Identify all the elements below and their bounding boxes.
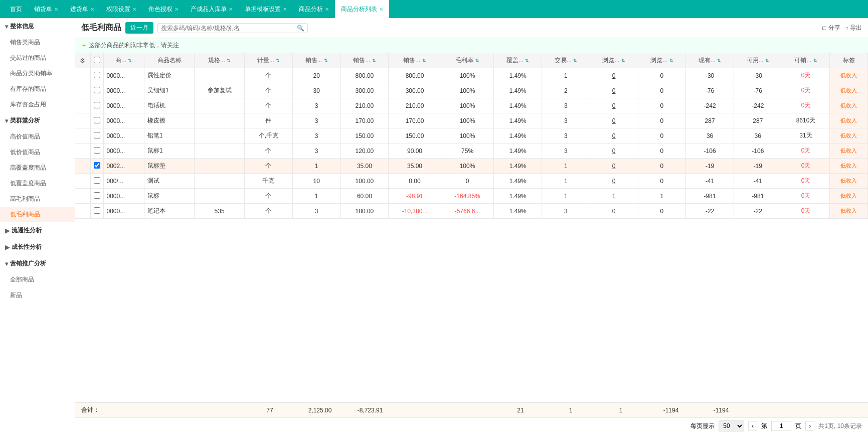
sort-icon: ⇅ <box>422 58 426 63</box>
sidebar-item-high-margin[interactable]: 高毛利商品 <box>0 191 75 207</box>
sidebar-group-growth[interactable]: ▶ 成长性分析 <box>0 239 75 255</box>
column-sales3[interactable]: 销售... ⇅ <box>389 53 441 68</box>
close-icon[interactable]: ✕ <box>283 7 287 12</box>
sidebar-item-stock-capital[interactable]: 库存资金占用 <box>0 97 75 112</box>
search-input[interactable] <box>161 25 297 32</box>
nav-sales-order[interactable]: 销货单 ✕ <box>28 0 64 18</box>
column-product-name[interactable]: 商品名称 <box>144 53 195 68</box>
row-browse1-7[interactable]: 0 <box>590 174 638 189</box>
row-select-checkbox[interactable] <box>94 147 100 154</box>
column-sales2[interactable]: 销售... ⇅ <box>340 53 389 68</box>
row-select-checkbox[interactable] <box>94 192 100 199</box>
column-sellable[interactable]: 可销... ⇅ <box>782 53 830 68</box>
row-sales1-4: 3 <box>292 128 340 143</box>
row-browse1-5[interactable]: 0 <box>590 143 638 159</box>
nav-home[interactable]: 首页 <box>4 0 28 18</box>
close-icon[interactable]: ✕ <box>325 7 329 12</box>
row-browse1-1[interactable]: 0 <box>590 83 638 98</box>
row-select-checkbox[interactable] <box>94 177 100 184</box>
row-checkbox-0[interactable] <box>90 68 103 83</box>
nav-product-analysis[interactable]: 商品分析 ✕ <box>293 0 335 18</box>
row-browse1-6[interactable]: 0 <box>590 159 638 174</box>
close-icon[interactable]: ✕ <box>229 7 233 12</box>
column-tag[interactable]: 标签 <box>830 53 868 68</box>
nav-role-auth[interactable]: 角色授权 ✕ <box>142 0 185 18</box>
row-select-checkbox[interactable] <box>94 132 100 138</box>
row-browse1-3[interactable]: 0 <box>590 113 638 128</box>
column-sales1[interactable]: 销售... ⇅ <box>292 53 340 68</box>
next-page-button[interactable]: › <box>805 421 814 431</box>
row-checkbox-2[interactable] <box>90 98 103 113</box>
row-checkbox-4[interactable] <box>90 128 103 143</box>
sidebar-item-low-margin[interactable]: 低毛利商品 <box>0 207 75 222</box>
column-code[interactable]: 商... ⇅ <box>103 53 144 68</box>
column-settings[interactable]: ⚙ <box>75 53 90 68</box>
row-checkbox-1[interactable] <box>90 83 103 98</box>
column-browse2[interactable]: 浏览... ⇅ <box>638 53 686 68</box>
row-select-checkbox[interactable] <box>94 117 100 123</box>
prev-page-button[interactable]: ‹ <box>748 421 757 431</box>
nav-product-stock[interactable]: 产成品入库单 ✕ <box>185 0 239 18</box>
row-gear-1 <box>75 83 90 98</box>
column-spec[interactable]: 规格... ⇅ <box>195 53 245 68</box>
sidebar-item-category-sales[interactable]: 商品分类助销率 <box>0 66 75 81</box>
row-browse1-8[interactable]: 1 <box>590 189 638 204</box>
column-checkbox[interactable] <box>90 53 103 68</box>
row-checkbox-8[interactable] <box>90 189 103 204</box>
row-checkbox-5[interactable] <box>90 143 103 159</box>
sidebar-group-cluster[interactable]: ▾ 类群堂分析 <box>0 112 75 129</box>
row-checkbox-9[interactable] <box>90 204 103 219</box>
close-icon[interactable]: ✕ <box>379 7 383 12</box>
share-button[interactable]: ⊏ 分享 <box>822 24 840 32</box>
column-available[interactable]: 可用... ⇅ <box>734 53 782 68</box>
close-icon[interactable]: ✕ <box>132 7 136 12</box>
row-browse1-4[interactable]: 0 <box>590 128 638 143</box>
sidebar-group-flow[interactable]: ▶ 流通性分析 <box>0 222 75 239</box>
row-select-checkbox[interactable] <box>94 162 100 169</box>
filter-recent-month-button[interactable]: 近一月 <box>125 22 153 34</box>
row-checkbox-6[interactable] <box>90 159 103 174</box>
column-transaction[interactable]: 交易... ⇅ <box>542 53 590 68</box>
column-gross[interactable]: 毛利率 ⇅ <box>441 53 494 68</box>
sidebar-item-traded-products[interactable]: 交易过的商品 <box>0 50 75 66</box>
sidebar-item-high-coverage[interactable]: 高覆盖度商品 <box>0 160 75 176</box>
search-icon[interactable]: 🔍 <box>297 25 304 32</box>
close-icon[interactable]: ✕ <box>175 7 179 12</box>
row-browse1-2[interactable]: 0 <box>590 98 638 113</box>
export-button[interactable]: ↑ 导出 <box>845 24 862 32</box>
sidebar-group-overall[interactable]: ▾ 整体信息 <box>0 18 75 35</box>
column-stock[interactable]: 现有... ⇅ <box>686 53 734 68</box>
sidebar-group-marketing[interactable]: ▾ 营销推广分析 <box>0 255 75 272</box>
row-checkbox-7[interactable] <box>90 174 103 189</box>
row-checkbox-3[interactable] <box>90 113 103 128</box>
select-all-checkbox[interactable] <box>94 57 100 63</box>
close-icon[interactable]: ✕ <box>90 7 94 12</box>
sidebar-item-low-coverage[interactable]: 低覆盖度商品 <box>0 176 75 191</box>
sidebar-item-all-products[interactable]: 全部商品 <box>0 272 75 287</box>
row-select-checkbox[interactable] <box>94 87 100 93</box>
sidebar-item-sales-products[interactable]: 销售类商品 <box>0 35 75 50</box>
row-select-checkbox[interactable] <box>94 102 100 108</box>
nav-purchase-order[interactable]: 进货单 ✕ <box>64 0 100 18</box>
nav-permissions[interactable]: 权限设置 ✕ <box>100 0 142 18</box>
column-browse1[interactable]: 浏览... ⇅ <box>590 53 638 68</box>
per-page-select[interactable]: 50 100 200 <box>719 420 744 431</box>
row-spec-1: 参加复试 <box>195 83 245 98</box>
close-icon[interactable]: ✕ <box>54 7 58 12</box>
top-nav: 首页 销货单 ✕ 进货单 ✕ 权限设置 ✕ 角色授权 ✕ 产成品入库单 ✕ 单据… <box>0 0 868 18</box>
page-input[interactable] <box>771 421 791 431</box>
row-browse1-9[interactable]: 0 <box>590 204 638 219</box>
column-unit[interactable]: 计量... ⇅ <box>245 53 293 68</box>
row-browse1-0[interactable]: 0 <box>590 68 638 83</box>
nav-product-analysis-list[interactable]: 商品分析列表 ✕ <box>335 0 389 18</box>
sidebar-item-high-value[interactable]: 高价值商品 <box>0 129 75 144</box>
sidebar-item-new-products[interactable]: 新品 <box>0 287 75 303</box>
nav-template-settings[interactable]: 单据模板设置 ✕ <box>239 0 293 18</box>
row-select-checkbox[interactable] <box>94 72 100 78</box>
row-sales2-8: 60.00 <box>340 189 389 204</box>
sidebar-item-low-value[interactable]: 低价值商品 <box>0 144 75 160</box>
column-coverage[interactable]: 覆盖... ⇅ <box>494 53 542 68</box>
row-spec-2 <box>195 98 245 113</box>
row-select-checkbox[interactable] <box>94 207 100 214</box>
sidebar-item-stocked-products[interactable]: 有库存的商品 <box>0 81 75 97</box>
